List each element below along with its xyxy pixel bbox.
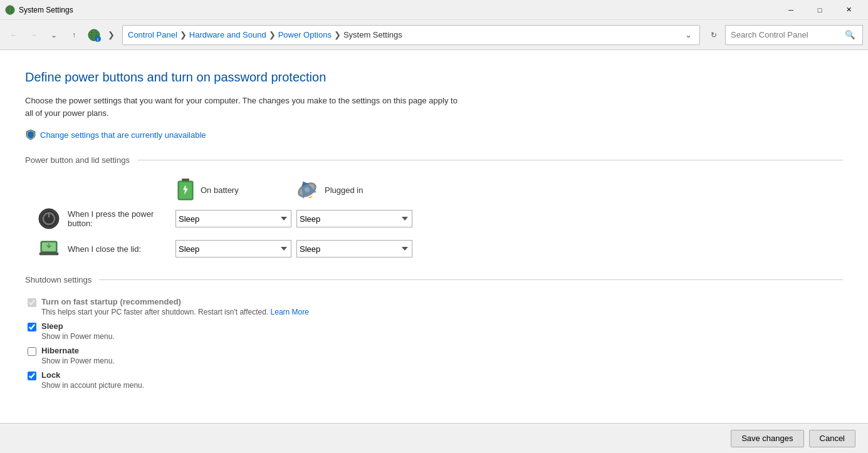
- fast-startup-checkbox[interactable]: [28, 298, 36, 307]
- main-content: Define power buttons and turn on passwor…: [0, 50, 868, 423]
- power-button-icon: [38, 207, 60, 230]
- breadcrumb-sep-1: ❯: [180, 30, 187, 39]
- window-title: System Settings: [19, 6, 776, 14]
- change-settings-label[interactable]: Change settings that are currently unava…: [40, 130, 206, 140]
- breadcrumb-current: System Settings: [343, 30, 402, 39]
- fast-startup-text-group: Turn on fast startup (recommended) This …: [41, 297, 309, 316]
- fast-startup-desc: This helps start your PC faster after sh…: [41, 308, 309, 316]
- power-button-battery-select[interactable]: Sleep Do nothing Hibernate Shut down Tur…: [175, 210, 291, 227]
- fast-startup-row: Turn on fast startup (recommended) This …: [28, 297, 843, 316]
- power-button-row: When I press the power button: Sleep Do …: [38, 207, 843, 230]
- power-settings-grid: On battery Plugged in: [38, 177, 843, 260]
- forward-button[interactable]: →: [25, 26, 43, 44]
- refresh-button[interactable]: ↻: [705, 26, 723, 44]
- svg-rect-23: [39, 253, 58, 255]
- search-input[interactable]: [731, 30, 842, 39]
- cancel-button[interactable]: Cancel: [809, 430, 855, 447]
- breadcrumb-control-panel[interactable]: Control Panel: [128, 30, 177, 39]
- svg-rect-12: [182, 179, 189, 181]
- search-button[interactable]: 🔍: [842, 28, 857, 43]
- breadcrumb-hardware-sound[interactable]: Hardware and Sound: [189, 30, 266, 39]
- on-battery-label: On battery: [201, 185, 239, 195]
- lock-desc: Show in account picture menu.: [41, 381, 144, 390]
- location-icon: !: [85, 26, 103, 44]
- search-bar: 🔍: [725, 25, 863, 45]
- power-button-label: When I press the power button:: [68, 209, 175, 228]
- lid-row: When I close the lid: Sleep Do nothing H…: [38, 237, 843, 260]
- hibernate-title: Hibernate: [41, 346, 115, 355]
- fast-startup-title: Turn on fast startup (recommended): [41, 297, 309, 306]
- battery-icon: [175, 177, 196, 202]
- power-button-plugged-select[interactable]: Sleep Do nothing Hibernate Shut down Tur…: [296, 210, 412, 227]
- sleep-label: Sleep Show in Power menu.: [28, 321, 843, 341]
- breadcrumb-sep-3: ❯: [334, 30, 341, 39]
- svg-text:!: !: [97, 37, 98, 41]
- lid-icon: [38, 237, 60, 260]
- sleep-checkbox[interactable]: [28, 323, 36, 331]
- lock-label: Lock Show in account picture menu.: [28, 370, 843, 390]
- power-button-section-title: Power button and lid settings: [25, 155, 130, 165]
- window-controls: ─ □ ✕: [776, 0, 863, 20]
- hibernate-row: Hibernate Show in Power menu.: [28, 346, 843, 365]
- sleep-text-group: Sleep Show in Power menu.: [41, 321, 115, 341]
- power-button-section-header: Power button and lid settings: [25, 155, 843, 165]
- change-settings-link[interactable]: Change settings that are currently unava…: [25, 129, 843, 140]
- save-changes-button[interactable]: Save changes: [731, 430, 803, 447]
- shutdown-section-divider: [99, 279, 843, 280]
- sleep-title: Sleep: [41, 321, 115, 331]
- hibernate-text-group: Hibernate Show in Power menu.: [41, 346, 115, 365]
- lock-text-group: Lock Show in account picture menu.: [41, 370, 144, 390]
- section-divider: [137, 160, 843, 160]
- nav-bar: ← → ⌄ ↑ ! ❯ Control Panel ❯ Hardware and…: [0, 20, 868, 50]
- sleep-row: Sleep Show in Power menu.: [28, 321, 843, 341]
- on-battery-column-header: On battery: [175, 177, 295, 202]
- breadcrumb-sep-2: ❯: [269, 30, 276, 39]
- close-button[interactable]: ✕: [834, 0, 863, 20]
- minimize-button[interactable]: ─: [776, 0, 805, 20]
- breadcrumb-sep-0: ❯: [108, 30, 115, 39]
- plugged-in-label: Plugged in: [325, 185, 363, 195]
- hibernate-label: Hibernate Show in Power menu.: [28, 346, 843, 365]
- plugged-in-column-header: Plugged in: [295, 177, 414, 202]
- back-button[interactable]: ←: [5, 26, 23, 44]
- shield-icon: [25, 129, 36, 140]
- lock-row: Lock Show in account picture menu.: [28, 370, 843, 390]
- lid-label: When I close the lid:: [68, 244, 175, 254]
- lock-checkbox[interactable]: [28, 372, 36, 380]
- breadcrumb-bar: Control Panel ❯ Hardware and Sound ❯ Pow…: [122, 25, 700, 45]
- shutdown-section-header: Shutdown settings: [25, 275, 843, 284]
- fast-startup-label: Turn on fast startup (recommended) This …: [28, 297, 843, 316]
- title-bar: System Settings ─ □ ✕: [0, 0, 868, 20]
- dropdown-recents-button[interactable]: ⌄: [45, 26, 63, 44]
- window-icon: [5, 5, 15, 15]
- shutdown-section-title: Shutdown settings: [25, 275, 92, 284]
- sleep-desc: Show in Power menu.: [41, 332, 115, 341]
- lid-plugged-select[interactable]: Sleep Do nothing Hibernate Shut down Tur…: [296, 240, 412, 258]
- hibernate-checkbox[interactable]: [28, 347, 36, 356]
- page-title: Define power buttons and turn on passwor…: [25, 70, 843, 85]
- learn-more-link[interactable]: Learn More: [271, 308, 309, 316]
- lid-battery-select[interactable]: Sleep Do nothing Hibernate Shut down Tur…: [175, 240, 291, 258]
- lock-title: Lock: [41, 370, 144, 380]
- breadcrumb-dropdown-button[interactable]: ⌄: [682, 25, 694, 45]
- page-description: Choose the power settings that you want …: [25, 95, 464, 119]
- footer-bar: Save changes Cancel: [0, 423, 868, 453]
- hibernate-desc: Show in Power menu.: [41, 357, 115, 365]
- up-button[interactable]: ↑: [65, 26, 83, 44]
- breadcrumb-power-options[interactable]: Power Options: [278, 30, 332, 39]
- plugged-in-icon: [295, 179, 320, 201]
- shutdown-section: Shutdown settings Turn on fast startup (…: [25, 275, 843, 390]
- column-headers: On battery Plugged in: [175, 177, 843, 202]
- maximize-button[interactable]: □: [805, 0, 834, 20]
